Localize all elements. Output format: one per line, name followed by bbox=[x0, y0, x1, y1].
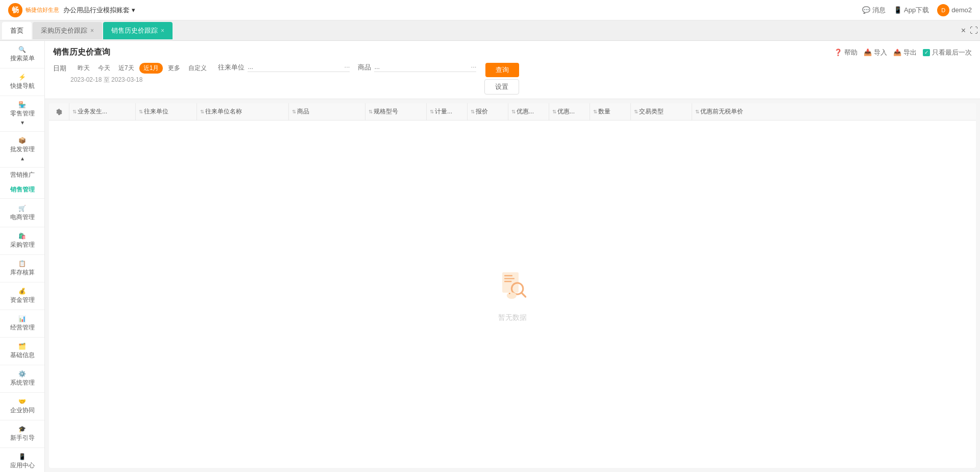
import-button[interactable]: 📥 导入 bbox=[864, 48, 887, 57]
retail-icon: 🏪 bbox=[18, 101, 26, 108]
sidebar-item-search[interactable]: 🔍 搜索菜单 bbox=[0, 41, 44, 68]
sidebar-item-basic[interactable]: 🗂️ 基础信息 bbox=[0, 338, 44, 365]
svg-rect-3 bbox=[504, 281, 511, 282]
table-col-discount2[interactable]: ⇅ 优惠... bbox=[549, 103, 590, 120]
basic-icon: 🗂️ bbox=[18, 343, 26, 350]
date-tab-yesterday[interactable]: 昨天 bbox=[75, 63, 93, 74]
table-col-unit[interactable]: ⇅ 计量... bbox=[427, 103, 468, 120]
product-dots-icon[interactable]: ··· bbox=[471, 63, 477, 70]
help-button[interactable]: ❓ 帮助 bbox=[834, 48, 857, 57]
tab-bar: 首页 采购历史价跟踪 × 销售历史价跟踪 × × ⛶ bbox=[0, 20, 980, 41]
table-col-discount1[interactable]: ⇅ 优惠... bbox=[508, 103, 549, 120]
sidebar-item-ecommerce-label: 电商管理 bbox=[10, 213, 35, 222]
sidebar-item-newbie-label: 新手引导 bbox=[10, 434, 35, 442]
table-col-qty-label: 数量 bbox=[598, 107, 610, 116]
breadcrumb-text: 办公用品行业模拟账套 bbox=[63, 6, 130, 15]
sidebar-item-system-label: 系统管理 bbox=[10, 379, 35, 387]
tab-home[interactable]: 首页 bbox=[2, 22, 32, 39]
tab-maximize-button[interactable]: ⛶ bbox=[970, 26, 978, 35]
only-last-checkbox[interactable]: ✓ 只看最后一次 bbox=[923, 48, 972, 57]
sidebar-item-marketing-label: 营销推广 bbox=[10, 171, 35, 178]
svg-point-6 bbox=[507, 292, 517, 299]
sidebar-item-apps[interactable]: 📱 应用中心 bbox=[0, 448, 44, 472]
logo-area: 畅 畅捷信好生意 bbox=[8, 3, 59, 17]
svg-line-5 bbox=[522, 293, 526, 297]
table-col-unit-name-label: 往来单位名称 bbox=[205, 107, 242, 116]
partner-dots-icon[interactable]: ··· bbox=[345, 63, 350, 70]
sidebar-item-system[interactable]: ⚙️ 系统管理 bbox=[0, 365, 44, 393]
retail-chevron-icon: ▾ bbox=[21, 119, 24, 126]
setting-button[interactable]: 设置 bbox=[484, 79, 519, 95]
sidebar-item-sales[interactable]: 销售管理 bbox=[0, 182, 44, 197]
product-filter-group: 商品 ··· bbox=[358, 63, 476, 72]
sidebar-item-finance[interactable]: 💰 资金管理 bbox=[0, 282, 44, 310]
product-input[interactable] bbox=[374, 63, 471, 70]
import-icon: 📥 bbox=[864, 49, 872, 56]
partner-label: 往来单位 bbox=[218, 63, 244, 72]
table-col-unit-code-label: 往来单位 bbox=[144, 107, 168, 116]
search-icon: 🔍 bbox=[18, 46, 26, 53]
breadcrumb-area[interactable]: 办公用品行业模拟账套 ▾ bbox=[63, 6, 135, 15]
table-container: ⇅ 业务发生... ⇅ 往来单位 ⇅ 往来单位名称 ⇅ 商品 ⇅ 规格型号 bbox=[49, 103, 976, 468]
tab-close-all-button[interactable]: × bbox=[961, 26, 966, 35]
table-col-tax-price-label: 优惠前无税单价 bbox=[700, 107, 743, 116]
message-button[interactable]: 💬 消息 bbox=[862, 6, 886, 15]
sidebar-item-purchase[interactable]: 🛍️ 采购管理 bbox=[0, 227, 44, 255]
sidebar-item-shortcut-label: 快捷导航 bbox=[10, 82, 35, 90]
user-area[interactable]: D demo2 bbox=[937, 4, 972, 16]
table-col-tax-price[interactable]: ⇅ 优惠前无税单价 bbox=[692, 103, 976, 120]
sidebar-item-operations[interactable]: 📊 经营管理 bbox=[0, 310, 44, 338]
table-col-trans-type[interactable]: ⇅ 交易类型 bbox=[631, 103, 692, 120]
help-label: 帮助 bbox=[844, 48, 857, 57]
table-col-qty[interactable]: ⇅ 数量 bbox=[590, 103, 631, 120]
sidebar-item-ecommerce[interactable]: 🛒 电商管理 bbox=[0, 200, 44, 227]
tab-sales-history[interactable]: 销售历史价跟踪 × bbox=[103, 22, 173, 39]
partner-filter-group: 往来单位 ··· bbox=[218, 63, 350, 72]
page-header: 销售历史价查询 ❓ 帮助 📥 导入 📤 导出 ✓ bbox=[45, 41, 980, 99]
table-col-date[interactable]: ⇅ 业务发生... bbox=[69, 103, 136, 120]
sort-unit-name-icon: ⇅ bbox=[200, 109, 204, 114]
app-download-button[interactable]: 📱 App下载 bbox=[894, 6, 929, 15]
import-label: 导入 bbox=[874, 48, 887, 57]
logo-text: 畅捷信好生意 bbox=[26, 7, 59, 13]
table-col-discount2-label: 优惠... bbox=[557, 107, 575, 116]
export-button[interactable]: 📤 导出 bbox=[893, 48, 917, 57]
table-col-price[interactable]: ⇅ 报价 bbox=[468, 103, 508, 120]
filter-area: 日期 昨天 今天 近7天 近1月 更多 自定义 2023-02-18 至 202… bbox=[53, 63, 972, 95]
sidebar-item-enterprise[interactable]: 🤝 企业协同 bbox=[0, 393, 44, 420]
sidebar-item-operations-label: 经营管理 bbox=[10, 323, 35, 332]
sidebar-item-newbie[interactable]: 🎓 新手引导 bbox=[0, 420, 44, 448]
partner-input[interactable] bbox=[248, 63, 344, 70]
settings-gear-icon bbox=[56, 108, 63, 115]
table-col-unit-label: 计量... bbox=[435, 107, 452, 116]
date-tab-last1m[interactable]: 近1月 bbox=[139, 63, 163, 74]
sidebar-item-inventory[interactable]: 📋 库存核算 bbox=[0, 255, 44, 282]
sidebar-item-retail[interactable]: 🏪 零售管理 ▾ bbox=[0, 96, 44, 132]
date-tab-today[interactable]: 今天 bbox=[95, 63, 113, 74]
date-tab-custom[interactable]: 自定义 bbox=[185, 63, 210, 74]
date-filter-group: 日期 昨天 今天 近7天 近1月 更多 自定义 2023-02-18 至 202… bbox=[53, 63, 210, 84]
ecommerce-icon: 🛒 bbox=[18, 205, 26, 212]
top-bar: 畅 畅捷信好生意 办公用品行业模拟账套 ▾ 💬 消息 📱 App下载 D dem… bbox=[0, 0, 980, 20]
query-buttons: 查询 设置 bbox=[484, 63, 519, 95]
tab-sales-history-close[interactable]: × bbox=[161, 27, 164, 34]
sidebar-item-wholesale[interactable]: 📦 批发管理 ▴ bbox=[0, 132, 44, 168]
date-tab-more[interactable]: 更多 bbox=[165, 63, 183, 74]
tab-purchase-history-close[interactable]: × bbox=[90, 27, 94, 34]
sidebar-item-wholesale-label: 批发管理 bbox=[10, 145, 35, 154]
shortcut-icon: ⚡ bbox=[18, 74, 26, 81]
table-col-settings[interactable] bbox=[49, 103, 69, 120]
table-col-product[interactable]: ⇅ 商品 bbox=[289, 103, 365, 120]
tab-purchase-history[interactable]: 采购历史价跟踪 × bbox=[33, 22, 102, 39]
query-button[interactable]: 查询 bbox=[485, 63, 519, 77]
empty-state: 暂无数据 bbox=[49, 121, 976, 468]
table-col-unit-name[interactable]: ⇅ 往来单位名称 bbox=[197, 103, 289, 120]
sidebar-item-marketing[interactable]: 营销推广 bbox=[0, 168, 44, 182]
table-col-spec[interactable]: ⇅ 规格型号 bbox=[365, 103, 427, 120]
system-icon: ⚙️ bbox=[18, 370, 26, 377]
sidebar-item-shortcut[interactable]: ⚡ 快捷导航 bbox=[0, 68, 44, 96]
table-col-unit-code[interactable]: ⇅ 往来单位 bbox=[136, 103, 197, 120]
user-name: demo2 bbox=[951, 6, 972, 14]
table-col-trans-type-label: 交易类型 bbox=[639, 107, 664, 116]
date-tab-last7[interactable]: 近7天 bbox=[115, 63, 137, 74]
